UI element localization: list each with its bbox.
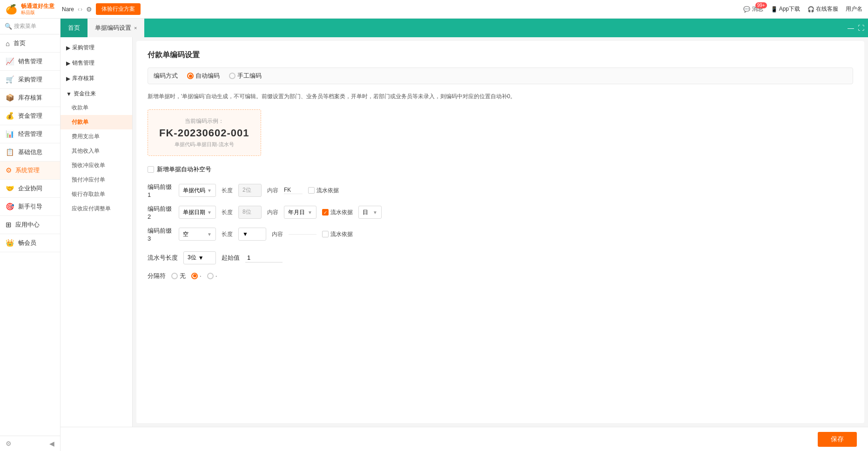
settings-bottom-icon[interactable]: ⚙ — [6, 440, 12, 447]
sub-item-prepay-offset[interactable]: 预收冲应收单 — [61, 158, 132, 173]
message-btn[interactable]: 💬 消息 99+ — [743, 5, 763, 13]
search-icon: 🔍 — [5, 23, 12, 30]
tab-close-icon[interactable]: × — [134, 25, 137, 31]
search-menu-btn[interactable]: 🔍 搜索菜单 — [0, 19, 60, 34]
tab-encoding-settings[interactable]: 单据编码设置 × — [87, 19, 144, 37]
sub-group-finance-title[interactable]: ▼ 资金往来 — [61, 87, 132, 101]
app-edition: 标品版 — [21, 10, 54, 15]
app-download-btn[interactable]: 📱 App下载 — [771, 5, 800, 13]
auto-fill-row: 新增单据自动补空号 — [148, 165, 853, 174]
sidebar-item-apps[interactable]: ⊞ 应用中心 — [0, 216, 60, 234]
sub-group-inventory: ▶ 库存核算 — [61, 72, 132, 85]
sidebar-item-basic-label: 基础信息 — [18, 148, 42, 156]
prefix3-row: 编码前缀3 空 ▼ 长度 ▼ 内容 流水依据 — [148, 227, 853, 242]
encoding-method-row: 编码方式 自动编码 手工编码 — [148, 67, 853, 84]
tab-minimize-icon[interactable]: — — [848, 24, 854, 32]
start-value-label: 起始值 — [222, 254, 240, 262]
water2-check[interactable]: ✓ 流水依据 — [322, 209, 353, 216]
prefix1-select[interactable]: 单据代码 ▼ — [179, 184, 216, 197]
sidebar-item-basic[interactable]: 📋 基础信息 — [0, 143, 60, 162]
sub-item-other-income[interactable]: 其他收入单 — [61, 144, 132, 158]
manual-encoding-label: 手工编码 — [237, 72, 262, 80]
sep-none-option[interactable]: 无 — [171, 272, 186, 280]
sub-item-payment[interactable]: 付款单 — [61, 115, 132, 129]
prefix3-arrow-icon: ▼ — [207, 232, 212, 237]
length3-select[interactable]: ▼ — [238, 228, 266, 241]
prefix2-value: 单据日期 — [183, 209, 205, 216]
prefix2-select[interactable]: 单据日期 ▼ — [179, 206, 216, 219]
arrow-left-icon[interactable]: ‹ — [78, 6, 80, 13]
sub-item-ap-adjust[interactable]: 应收应付调整单 — [61, 202, 132, 216]
sidebar-item-sales[interactable]: 📈 销售管理 — [0, 53, 60, 71]
water3-label: 流水依据 — [330, 230, 353, 238]
serial-length-select[interactable]: 3位 ▼ — [183, 251, 216, 264]
sidebar-item-operations[interactable]: 📊 经营管理 — [0, 125, 60, 143]
home-icon: ⌂ — [6, 40, 10, 47]
arrow-right-icon[interactable]: › — [81, 6, 82, 13]
sep-dot-option[interactable]: · — [207, 272, 217, 279]
apps-icon: ⊞ — [6, 221, 12, 229]
purchase-icon: 🛒 — [6, 75, 14, 84]
sidebar-item-purchase[interactable]: 🛒 采购管理 — [0, 71, 60, 89]
sub-group-purchase-title[interactable]: ▶ 采购管理 — [61, 41, 132, 54]
sidebar-item-member[interactable]: 👑 畅会员 — [0, 234, 60, 252]
tab-home[interactable]: 首页 — [61, 19, 87, 37]
separator-label: 分隔符 — [148, 272, 166, 280]
serial-arrow-icon: ▼ — [198, 255, 204, 261]
content2-select[interactable]: 年月日 ▼ — [284, 206, 316, 219]
bottom-bar: 保存 — [61, 427, 868, 451]
start-value-input[interactable] — [245, 253, 283, 263]
length2-label: 长度 — [222, 209, 233, 216]
serial-length-label: 流水号长度 — [148, 254, 178, 262]
sidebar-item-inventory[interactable]: 📦 库存核算 — [0, 89, 60, 107]
sidebar-item-home-label: 首页 — [13, 39, 26, 47]
sub-item-receipt[interactable]: 收款单 — [61, 101, 132, 115]
sub-group-sales-title[interactable]: ▶ 销售管理 — [61, 56, 132, 70]
sub-group-inventory-label: 库存核算 — [72, 74, 94, 82]
headset-icon: 🎧 — [807, 6, 814, 13]
sub-item-advance-offset[interactable]: 预付冲应付单 — [61, 173, 132, 187]
sidebar-item-enterprise[interactable]: 🤝 企业协同 — [0, 180, 60, 198]
sub-group-finance: ▼ 资金往来 收款单 付款单 费用支出单 其他收入单 — [61, 87, 132, 216]
sub-group-inventory-title[interactable]: ▶ 库存核算 — [61, 72, 132, 85]
water3-checkbox[interactable] — [322, 231, 329, 237]
save-button[interactable]: 保存 — [818, 432, 857, 447]
top-bar-arrows[interactable]: ‹ › — [78, 6, 82, 13]
sidebar-bottom: ⚙ ◀ — [0, 436, 60, 451]
water1-checkbox[interactable] — [308, 187, 315, 194]
sep-dash-option[interactable]: · — [191, 272, 202, 279]
water3-check[interactable]: 流水依据 — [322, 230, 353, 238]
prefix3-select[interactable]: 空 ▼ — [179, 228, 216, 241]
sidebar-item-home[interactable]: ⌂ 首页 — [0, 34, 60, 53]
online-service-btn[interactable]: 🎧 在线客服 — [807, 5, 838, 13]
settings-icon[interactable]: ⚙ — [86, 6, 92, 13]
phone-icon: 📱 — [771, 6, 778, 13]
length3-arrow-icon: ▼ — [242, 231, 248, 237]
prefix2-label: 编码前缀2 — [148, 205, 173, 220]
guide-icon: 🎯 — [6, 202, 14, 211]
sidebar: 🔍 搜索菜单 ⌂ 首页 📈 销售管理 🛒 采购管理 📦 库存核算 💰 资 — [0, 19, 61, 451]
auto-encoding-radio[interactable]: 自动编码 — [187, 72, 220, 80]
collapse-sidebar-icon[interactable]: ◀ — [49, 440, 54, 447]
water2-option-arrow-icon: ▼ — [373, 210, 377, 215]
sidebar-item-guide[interactable]: 🎯 新手引导 — [0, 198, 60, 216]
sidebar-item-system[interactable]: ⚙ 系统管理 — [0, 162, 60, 180]
water1-check[interactable]: 流水依据 — [308, 187, 339, 195]
water2-checkbox[interactable]: ✓ — [322, 209, 329, 215]
sidebar-item-system-label: 系统管理 — [15, 166, 40, 175]
manual-encoding-radio[interactable]: 手工编码 — [229, 72, 262, 80]
water2-option-select[interactable]: 日 ▼ — [358, 206, 382, 219]
system-icon: ⚙ — [6, 166, 12, 175]
sub-item-expense[interactable]: 费用支出单 — [61, 129, 132, 144]
sidebar-item-finance[interactable]: 💰 资金管理 — [0, 107, 60, 125]
user-info[interactable]: 用户名 — [846, 5, 862, 13]
experience-btn[interactable]: 体验行业方案 — [96, 3, 141, 15]
online-service-label: 在线客服 — [816, 5, 838, 13]
sub-group-sales: ▶ 销售管理 — [61, 56, 132, 70]
page-title: 付款单编码设置 — [148, 50, 853, 60]
sub-group-sales-arrow: ▶ — [66, 60, 70, 67]
basic-icon: 📋 — [6, 148, 14, 156]
tab-maximize-icon[interactable]: ⛶ — [858, 24, 864, 32]
auto-fill-checkbox[interactable] — [148, 166, 154, 173]
sub-item-bank-deposit[interactable]: 银行存取款单 — [61, 187, 132, 202]
